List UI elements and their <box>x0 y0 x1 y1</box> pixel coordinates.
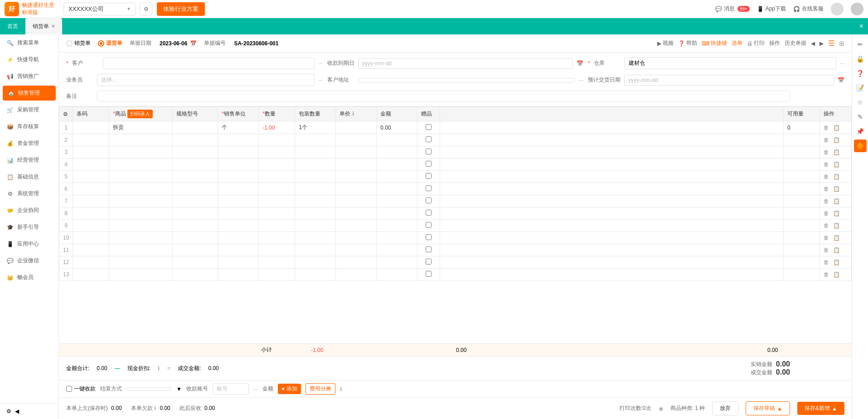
row-product[interactable] <box>109 269 173 281</box>
tab-bar-close-icon[interactable]: × <box>859 22 863 30</box>
row-barcode[interactable] <box>73 244 109 256</box>
delivery-date-input[interactable]: yyyy-mm-dd <box>624 75 834 86</box>
abandon-button[interactable]: 放弃 <box>712 401 738 415</box>
row-amount[interactable] <box>377 269 417 281</box>
row-spec[interactable] <box>173 121 218 134</box>
rs-pencil-icon[interactable]: ✎ <box>854 111 867 123</box>
action-btn[interactable]: 操作 <box>769 39 780 47</box>
copy-icon[interactable]: 📋 <box>833 161 840 168</box>
one-click-checkbox[interactable] <box>66 386 72 392</box>
row-pack-qty[interactable] <box>295 244 336 256</box>
row-gift[interactable] <box>417 121 440 134</box>
row-unit[interactable]: 个 <box>218 121 259 134</box>
video-btn[interactable]: ▶ 视频 <box>657 39 674 47</box>
row-amount[interactable] <box>377 207 417 220</box>
row-unit[interactable] <box>218 244 259 256</box>
row-quantity[interactable]: -1.00 <box>259 121 295 134</box>
row-unit[interactable] <box>218 159 259 171</box>
list-view-icon[interactable]: ☰ <box>828 39 834 48</box>
online-service-nav[interactable]: 🎧 在线客服 <box>793 5 824 13</box>
row-unit-price[interactable] <box>336 220 377 232</box>
sidebar-item-system[interactable]: ⚙ 系统管理 <box>0 185 58 202</box>
calc-method-input[interactable] <box>126 387 172 391</box>
row-gift[interactable] <box>417 134 440 146</box>
message-nav[interactable]: 💬 消息 99+ <box>715 5 750 13</box>
collection-date-input[interactable]: yyyy-mm-dd <box>358 58 573 69</box>
row-barcode[interactable] <box>73 220 109 232</box>
row-unit-price[interactable] <box>336 207 377 220</box>
row-unit[interactable] <box>218 256 259 269</box>
row-barcode[interactable] <box>73 134 109 146</box>
copy-icon[interactable]: 📋 <box>833 186 840 192</box>
copy-icon[interactable]: 📋 <box>833 137 840 143</box>
product-count-icon[interactable]: ◉ <box>659 405 663 412</box>
row-amount[interactable] <box>377 256 417 269</box>
row-unit-price[interactable] <box>336 146 377 159</box>
row-unit-price[interactable] <box>336 195 377 207</box>
row-unit-price[interactable] <box>336 256 377 269</box>
row-amount[interactable] <box>377 146 417 159</box>
row-amount[interactable] <box>377 159 417 171</box>
sidebar-item-operations[interactable]: 📊 经营管理 <box>0 152 58 169</box>
copy-icon[interactable]: 📋 <box>833 173 840 180</box>
row-gift[interactable] <box>417 159 440 171</box>
row-amount[interactable]: 0.00 <box>377 121 417 134</box>
row-gift[interactable] <box>417 195 440 207</box>
row-quantity[interactable] <box>259 244 295 256</box>
rs-edit-icon[interactable]: ✏ <box>854 38 867 51</box>
row-action[interactable]: 🗑 📋 <box>820 244 852 256</box>
customer-address-input[interactable] <box>358 78 576 82</box>
expense-info-icon[interactable]: ℹ <box>340 386 342 392</box>
address-more-icon[interactable]: ··· <box>579 77 583 83</box>
experience-button[interactable]: 体验行业方案 <box>157 2 205 16</box>
row-product[interactable] <box>109 207 173 220</box>
row-unit-price[interactable] <box>336 159 377 171</box>
sidebar-item-search[interactable]: 🔍 搜索菜单 <box>0 34 58 51</box>
tab-sales[interactable]: 销货单 × <box>25 18 62 34</box>
sidebar-item-finance[interactable]: 💰 资金管理 <box>0 135 58 152</box>
row-unit-price[interactable] <box>336 244 377 256</box>
row-spec[interactable] <box>173 159 218 171</box>
row-spec[interactable] <box>173 220 218 232</box>
delete-icon[interactable]: 🗑 <box>824 161 829 168</box>
settings-icon[interactable]: ⚙ <box>140 3 152 15</box>
delete-icon[interactable]: 🗑 <box>824 259 829 265</box>
save-new-button[interactable]: 保存&新增 ▲ <box>797 402 844 415</box>
row-pack-qty[interactable] <box>295 195 336 207</box>
rs-lock-icon[interactable]: 🔒 <box>854 53 867 65</box>
warehouse-input[interactable]: 建材仓 <box>625 57 836 69</box>
row-barcode[interactable] <box>73 256 109 269</box>
warehouse-more-icon[interactable]: ··· <box>840 60 844 67</box>
row-gift[interactable] <box>417 244 440 256</box>
tab-home[interactable]: 首页 <box>0 18 25 34</box>
row-barcode[interactable] <box>73 171 109 183</box>
sidebar-item-member[interactable]: 👑 畅会员 <box>0 269 58 286</box>
row-product[interactable]: 拆贡 <box>109 121 173 134</box>
row-amount[interactable] <box>377 195 417 207</box>
row-unit[interactable] <box>218 220 259 232</box>
remark-input[interactable] <box>97 91 790 101</box>
row-quantity[interactable] <box>259 269 295 281</box>
delete-icon[interactable]: 🗑 <box>824 125 829 131</box>
copy-icon[interactable]: 📋 <box>833 125 840 131</box>
row-gift[interactable] <box>417 183 440 195</box>
calc-method-dropdown[interactable]: ▼ <box>176 386 182 392</box>
sidebar-item-sales[interactable]: 🏠 销售管理 <box>3 86 56 101</box>
rs-pin-icon[interactable]: 📌 <box>854 125 867 138</box>
row-amount[interactable] <box>377 244 417 256</box>
rs-orange-icon[interactable]: 🔶 <box>854 140 867 152</box>
row-product[interactable] <box>109 220 173 232</box>
minus-icon[interactable]: — <box>115 365 120 371</box>
delete-icon[interactable]: 🗑 <box>824 198 829 204</box>
copy-icon[interactable]: 📋 <box>833 210 840 217</box>
help-btn[interactable]: ❓ 帮助 <box>678 39 697 47</box>
row-quantity[interactable] <box>259 207 295 220</box>
return-order-radio[interactable]: 退货单 <box>98 39 122 47</box>
row-barcode[interactable] <box>73 269 109 281</box>
row-barcode[interactable] <box>73 159 109 171</box>
row-quantity[interactable] <box>259 220 295 232</box>
avatar[interactable] <box>831 3 844 15</box>
row-spec[interactable] <box>173 183 218 195</box>
info-icon2[interactable]: ℹ <box>154 405 156 411</box>
row-unit-price[interactable] <box>336 121 377 134</box>
